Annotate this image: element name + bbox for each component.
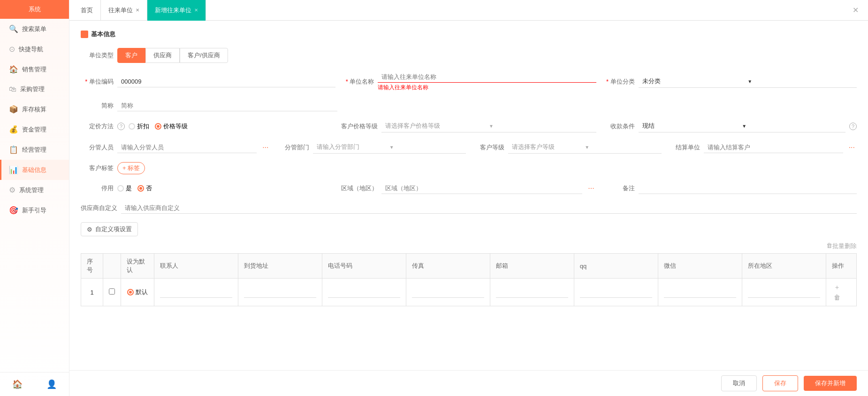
manager-label: 分管人员	[81, 143, 114, 152]
email-input[interactable]	[496, 287, 568, 298]
cell-default[interactable]: 默认	[121, 279, 154, 306]
fax-input[interactable]	[412, 287, 484, 298]
radio-disabled-no[interactable]: 否	[137, 184, 152, 193]
region-input[interactable]	[381, 183, 582, 194]
unit-category-item: 单位分类 未分类 ▼	[602, 75, 857, 88]
save-button[interactable]: 保存	[762, 375, 798, 391]
region-item: 区域（地区） ···	[341, 183, 596, 194]
type-btn-customer[interactable]: 客户	[117, 48, 145, 63]
tab-partner[interactable]: 往来单位 ✕	[101, 0, 147, 21]
unit-category-select[interactable]: 未分类 ▼	[639, 75, 857, 88]
cell-contact[interactable]	[154, 279, 238, 306]
sidebar-item-label: 资金管理	[22, 125, 46, 134]
sidebar-item-finance[interactable]: 💰 资金管理	[0, 119, 69, 140]
cell-fax[interactable]	[406, 279, 490, 306]
tab-new-partner[interactable]: 新增往来单位 ✕	[147, 0, 206, 21]
radio-disabled-yes[interactable]: 是	[117, 184, 132, 193]
dept-item: 分管部门 请输入分管部门 ▼	[276, 141, 466, 154]
settlement-unit-input[interactable]	[704, 142, 843, 153]
sidebar-item-system[interactable]: ⚙ 系统管理	[0, 180, 69, 200]
sidebar-logo: 系统	[0, 0, 69, 19]
dept-select[interactable]: 请输入分管部门 ▼	[313, 141, 466, 154]
unit-type-item: 单位类型 客户 供应商 客户/供应商	[81, 48, 857, 63]
supplier-custom-input[interactable]	[121, 202, 857, 214]
sidebar-item-label: 新手引导	[22, 206, 46, 215]
payment-terms-help-icon[interactable]: ?	[849, 123, 857, 130]
sidebar-item-operations[interactable]: 📋 经营管理	[0, 140, 69, 160]
tab-close-all[interactable]: ✕	[847, 6, 864, 15]
customer-level-select[interactable]: 请选择客户等级 ▼	[508, 141, 662, 154]
search-icon: 🔍	[9, 24, 18, 33]
unit-code-input[interactable]	[117, 76, 335, 87]
pricing-help-icon[interactable]: ?	[117, 123, 125, 130]
row-add-button[interactable]: ＋	[832, 282, 842, 293]
cell-qq[interactable]	[574, 279, 658, 306]
batch-delete-button[interactable]: 🗑 批量删除	[81, 242, 857, 250]
row-delete-button[interactable]: 🗑	[832, 293, 842, 302]
settlement-unit-label: 结算单位	[667, 143, 700, 152]
sidebar-item-search[interactable]: 🔍 搜索菜单	[0, 19, 69, 39]
add-tag-label: + 标签	[122, 164, 140, 172]
settlement-unit-dots-button[interactable]: ···	[847, 143, 857, 152]
cell-address[interactable]	[238, 279, 322, 306]
type-btn-supplier[interactable]: 供应商	[145, 48, 180, 63]
disabled-label: 停用	[81, 184, 114, 193]
dept-placeholder: 请输入分管部门	[317, 143, 389, 151]
sidebar-bottom-home[interactable]: 🏠	[0, 376, 35, 392]
payment-terms-select[interactable]: 现结 ▼	[639, 120, 845, 132]
radio-discount[interactable]: 折扣	[129, 122, 149, 131]
payment-terms-label: 收款条件	[602, 122, 635, 131]
sidebar-item-base-info[interactable]: 📊 基础信息	[0, 160, 69, 180]
wechat-input[interactable]	[664, 287, 736, 298]
chevron-down-icon-3: ▼	[742, 124, 842, 129]
customer-price-level-select[interactable]: 请选择客户价格等级 ▼	[381, 120, 596, 132]
save-new-button[interactable]: 保存并新增	[804, 376, 857, 391]
sidebar-item-quick-nav[interactable]: ⊙ 快捷导航	[0, 39, 69, 59]
sales-icon: 🏠	[9, 65, 18, 74]
custom-settings-button[interactable]: ⚙ 自定义项设置	[81, 222, 138, 236]
sidebar-bottom-user[interactable]: 👤	[35, 376, 69, 392]
sidebar-item-label: 库存核算	[22, 105, 46, 114]
pricing-radio-group: 折扣 价格等级	[129, 122, 188, 131]
contact-input[interactable]	[160, 287, 232, 298]
manager-dots-button[interactable]: ···	[260, 143, 270, 152]
short-name-input[interactable]	[117, 100, 337, 111]
manager-row: 分管人员 ··· 分管部门 请输入分管部门 ▼ 客户等级 请选择客户等级 ▼ 结…	[81, 141, 857, 154]
tab-new-partner-close[interactable]: ✕	[194, 8, 198, 13]
tab-home[interactable]: 首页	[73, 0, 101, 21]
customer-level-item: 客户等级 请选择客户等级 ▼	[472, 141, 662, 154]
sidebar-item-label: 搜索菜单	[22, 25, 46, 33]
manager-input[interactable]	[117, 142, 257, 153]
radio-price-level[interactable]: 价格等级	[155, 122, 188, 131]
sidebar-item-sales[interactable]: 🏠 销售管理	[0, 59, 69, 79]
guide-icon: 🎯	[9, 206, 18, 215]
region-table-input[interactable]	[748, 287, 820, 298]
region-dots-button[interactable]: ···	[586, 184, 596, 193]
cell-checkbox[interactable]	[103, 279, 121, 306]
phone-input[interactable]	[328, 287, 400, 298]
cell-region[interactable]	[742, 279, 826, 306]
sidebar-item-guide[interactable]: 🎯 新手引导	[0, 200, 69, 220]
remark-input[interactable]	[639, 183, 857, 194]
sidebar-item-inventory[interactable]: 📦 库存核算	[0, 99, 69, 119]
add-tag-button[interactable]: + 标签	[117, 162, 145, 174]
cell-phone[interactable]	[322, 279, 406, 306]
type-btn-both[interactable]: 客户/供应商	[180, 48, 228, 63]
col-fax: 传真	[406, 254, 490, 279]
cell-email[interactable]	[490, 279, 574, 306]
row-checkbox[interactable]	[109, 288, 115, 295]
contact-table-section: 🗑 批量删除 序号 设为默认 联系人 到货地址 电话号码 传真 邮箱 qq	[81, 242, 857, 306]
sidebar-item-purchase[interactable]: 🛍 采购管理	[0, 79, 69, 99]
address-input[interactable]	[244, 287, 316, 298]
unit-name-input[interactable]	[378, 71, 596, 83]
unit-code-row: 单位编码 单位名称 请输入往来单位名称 单位分类 未分类 ▼	[81, 71, 857, 92]
payment-terms-item: 收款条件 现结 ▼ ?	[602, 120, 857, 132]
qq-input[interactable]	[580, 287, 652, 298]
cancel-button[interactable]: 取消	[721, 375, 757, 391]
default-radio[interactable]: 默认	[127, 288, 148, 296]
tab-partner-close[interactable]: ✕	[136, 8, 139, 13]
cell-wechat[interactable]	[658, 279, 742, 306]
section-title: 基本信息	[81, 30, 857, 39]
short-name-row: 简称	[81, 100, 857, 111]
radio-no-circle	[137, 185, 144, 192]
